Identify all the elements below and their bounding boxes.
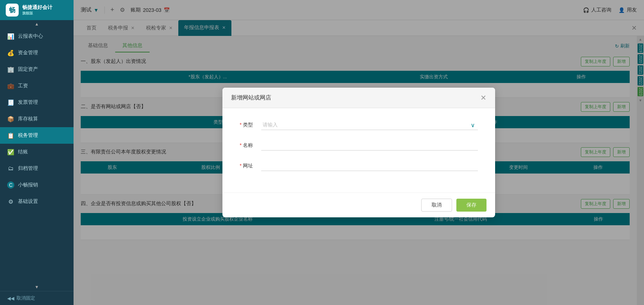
cancel-button[interactable]: 取消 xyxy=(421,199,452,212)
sidebar-item-salary[interactable]: 💼 工资 xyxy=(0,78,74,94)
invoice-mgmt-icon: 🧾 xyxy=(7,99,14,106)
required-mark: * xyxy=(240,142,241,148)
sidebar-nav: 📊 云报表中心 💰 资金管理 🏢 固定资产 💼 工资 🧾 发票管理 📦 库存核算… xyxy=(0,28,74,283)
sidebar-item-archive[interactable]: 🗂 归档管理 xyxy=(0,160,74,177)
basic-settings-icon: ⚙ xyxy=(7,198,14,205)
name-label: * 名称 xyxy=(240,142,261,149)
fund-mgmt-icon: 💰 xyxy=(7,49,14,56)
accounting-icon: ✅ xyxy=(7,148,14,156)
sidebar-item-label: 基础设置 xyxy=(18,198,38,205)
dropdown-arrow-icon[interactable]: ∨ xyxy=(471,121,475,128)
sidebar-item-label: 云报表中心 xyxy=(18,33,43,40)
sidebar-item-label: 小畅报销 xyxy=(18,182,38,188)
sidebar-item-label: 资金管理 xyxy=(18,50,38,56)
required-mark: * xyxy=(240,163,241,168)
xiao-chang-icon: C xyxy=(7,181,14,189)
main-area: 测试 ▼ + ⚙ 账期 2023-03 📅 🎧 人工咨询 👤 用友 首页 税 xyxy=(74,0,644,305)
logo-icon: 畅 xyxy=(6,4,19,17)
salary-icon: 💼 xyxy=(7,82,14,89)
cloud-report-icon: 📊 xyxy=(7,33,14,40)
sidebar-pin-toggle[interactable]: ◀◀ 取消固定 xyxy=(0,291,74,305)
required-mark: * xyxy=(240,122,241,128)
logo-sub: 旗舰版 xyxy=(22,11,52,16)
form-row-name: * 名称 xyxy=(240,140,478,151)
logo-main: 畅捷通好会计 xyxy=(22,4,52,11)
sidebar-scroll-down[interactable]: ▼ xyxy=(0,283,74,291)
archive-icon: 🗂 xyxy=(7,165,14,172)
sidebar-item-fund-mgmt[interactable]: 💰 资金管理 xyxy=(0,45,74,61)
type-input-wrap: ∨ xyxy=(261,120,478,130)
sidebar-item-label: 工资 xyxy=(18,83,28,89)
sidebar-item-fixed-assets[interactable]: 🏢 固定资产 xyxy=(0,61,74,78)
modal-body: * 类型 ∨ * 名称 xyxy=(222,108,495,193)
modal-close-button[interactable]: ✕ xyxy=(480,93,486,102)
modal-overlay: 新增网站或网店 ✕ * 类型 ∨ xyxy=(74,0,644,305)
form-row-url: * 网址 xyxy=(240,161,478,171)
fixed-assets-icon: 🏢 xyxy=(7,66,14,73)
tax-mgmt-icon: 📋 xyxy=(7,132,14,139)
app-logo: 畅 畅捷通好会计 旗舰版 xyxy=(0,0,74,20)
sidebar-item-accounting[interactable]: ✅ 结账 xyxy=(0,144,74,160)
type-label: * 类型 xyxy=(240,122,261,128)
form-row-type: * 类型 ∨ xyxy=(240,120,478,130)
sidebar-item-tax-mgmt[interactable]: 📋 税务管理 xyxy=(0,127,74,144)
type-input[interactable] xyxy=(261,120,478,130)
sidebar-item-cloud-report[interactable]: 📊 云报表中心 xyxy=(0,28,74,45)
modal-footer: 取消 保存 xyxy=(222,193,495,217)
url-input-wrap xyxy=(261,161,478,171)
sidebar-item-basic-settings[interactable]: ⚙ 基础设置 xyxy=(0,193,74,210)
pin-icon: ◀◀ xyxy=(7,296,14,301)
modal-header: 新增网站或网店 ✕ xyxy=(222,88,495,108)
url-label: * 网址 xyxy=(240,163,261,169)
save-button[interactable]: 保存 xyxy=(456,199,486,212)
url-input[interactable] xyxy=(261,161,478,171)
pin-label: 取消固定 xyxy=(17,295,35,301)
sidebar-item-label: 发票管理 xyxy=(18,99,38,106)
name-input-wrap xyxy=(261,140,478,151)
sidebar-item-label: 固定资产 xyxy=(18,66,38,73)
name-input[interactable] xyxy=(261,140,478,151)
sidebar-scroll-up[interactable]: ▲ xyxy=(0,20,74,28)
sidebar-item-label: 税务管理 xyxy=(18,132,38,139)
sidebar-item-label: 库存核算 xyxy=(18,116,38,122)
sidebar-item-inventory[interactable]: 📦 库存核算 xyxy=(0,111,74,127)
sidebar-item-label: 归档管理 xyxy=(18,165,38,172)
sidebar: 畅 畅捷通好会计 旗舰版 ▲ 📊 云报表中心 💰 资金管理 🏢 固定资产 💼 工… xyxy=(0,0,74,305)
modal-add-website: 新增网站或网店 ✕ * 类型 ∨ xyxy=(222,88,495,217)
sidebar-item-invoice-mgmt[interactable]: 🧾 发票管理 xyxy=(0,94,74,111)
sidebar-item-label: 结账 xyxy=(18,149,28,155)
inventory-icon: 📦 xyxy=(7,115,14,123)
sidebar-item-xiao-chang[interactable]: C 小畅报销 xyxy=(0,177,74,193)
modal-title: 新增网站或网店 xyxy=(231,94,271,102)
